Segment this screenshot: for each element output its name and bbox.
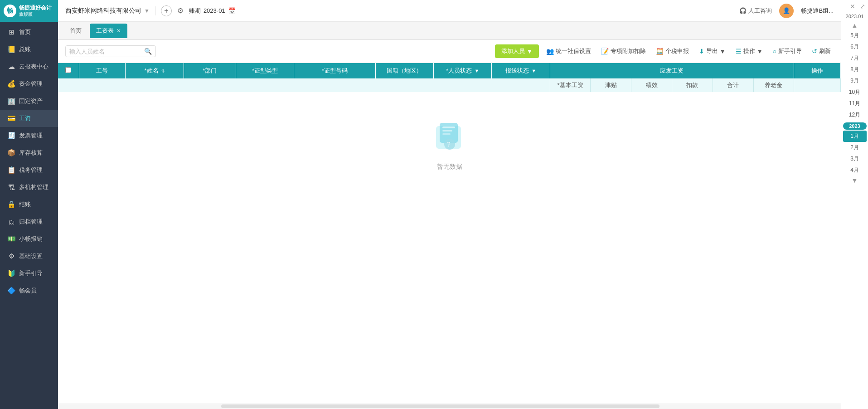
sidebar-item-label-inventory: 库存核算 (19, 149, 43, 157)
sidebar-item-tax[interactable]: 📋税务管理 (0, 161, 58, 179)
sidebar-item-label-guide: 新手引导 (19, 269, 43, 278)
sidebar-item-multiorg[interactable]: 🏗多机构管理 (0, 179, 58, 196)
operations-button[interactable]: ☰ 操作 ▼ (733, 45, 766, 57)
operations-icon: ☰ (736, 48, 742, 55)
sidebar-item-guide[interactable]: 🔰新手引导 (0, 265, 58, 282)
table-wrap: 工号 *姓名 ⇅ *部门 *证型类型 *证型号码 国籍（地区） *人员状态 ▼ … (58, 63, 841, 404)
export-button[interactable]: ⬇ 导出 ▼ (696, 45, 728, 57)
add-company-button[interactable]: + (161, 5, 172, 16)
sidebar-item-label-expense: 小畅报销 (19, 235, 43, 243)
sidebar-item-settings[interactable]: ⚙基础设置 (0, 248, 58, 265)
period-label: 账期 (189, 7, 201, 15)
th-salary-group: 应发工资 (550, 63, 794, 78)
service-label: 人工咨询 (748, 7, 772, 15)
sidebar-item-label-settings: 基础设置 (19, 252, 43, 260)
tab-salary-close-icon[interactable]: ✕ (116, 28, 121, 34)
archive-icon: 🗂 (7, 218, 15, 226)
sidebar: 畅 畅捷通好会计 旗舰版 ⊞首页📒总账☁云报表中心💰资金管理🏢固定资产💳工资🧾发… (0, 0, 58, 409)
sidebar-item-salary[interactable]: 💳工资 (0, 110, 58, 127)
sidebar-item-label-tax: 税务管理 (19, 166, 43, 174)
sidebar-item-fund[interactable]: 💰资金管理 (0, 75, 58, 93)
company-name: 西安虾米网络科技有限公司 (65, 7, 141, 15)
month-panel: ✕ ⤢ 2023.01 ▲ 5月6月7月8月9月10月11月12月20231月2… (841, 0, 868, 409)
th-report[interactable]: 报送状态 ▼ (492, 63, 550, 78)
company-chevron-icon: ▼ (144, 8, 150, 14)
table-scrollbar[interactable] (58, 404, 841, 409)
month-item-4月[interactable]: 4月 (843, 165, 867, 176)
special-deduction-button[interactable]: 📝 专项附加扣除 (598, 45, 649, 57)
sidebar-item-archive[interactable]: 🗂归档管理 (0, 213, 58, 230)
svg-rect-3 (442, 130, 452, 131)
sidebar-item-label-fund: 资金管理 (19, 80, 43, 88)
settings-icon[interactable]: ⚙ (177, 6, 184, 15)
month-list: 5月6月7月8月9月10月11月12月20231月2月3月4月 (843, 30, 867, 176)
month-next-button[interactable]: ▼ (843, 176, 867, 185)
sidebar-item-invoice[interactable]: 🧾发票管理 (0, 127, 58, 144)
month-item-11月[interactable]: 11月 (843, 98, 867, 109)
fixed-icon: 🏢 (7, 97, 15, 105)
sidebar-item-inventory[interactable]: 📦库存核算 (0, 144, 58, 161)
multiorg-icon: 🏗 (7, 184, 15, 191)
tab-salary[interactable]: 工资表 ✕ (90, 24, 127, 38)
tab-home[interactable]: 首页 (63, 24, 88, 38)
search-input[interactable] (69, 48, 141, 55)
th-status[interactable]: *人员状态 ▼ (434, 63, 492, 78)
close-panel-button[interactable]: ✕ (848, 2, 857, 11)
month-prev-button[interactable]: ▲ (843, 21, 867, 30)
month-item-12月[interactable]: 12月 (843, 109, 867, 121)
username-label: 畅捷通B组... (801, 7, 834, 15)
add-person-button[interactable]: 添加人员 ▼ (495, 44, 539, 58)
year-label: 2023 (843, 122, 867, 130)
month-item-10月[interactable]: 10月 (843, 87, 867, 98)
th-name[interactable]: *姓名 ⇅ (126, 63, 184, 78)
add-person-chevron-icon: ▼ (527, 48, 533, 55)
guide-button[interactable]: ○ 新手引导 (770, 45, 805, 57)
expand-panel-button[interactable]: ⤢ (858, 2, 867, 11)
salary-icon: 💳 (7, 114, 15, 122)
refresh-button[interactable]: ↺ 刷新 (809, 45, 834, 57)
sidebar-item-ledger[interactable]: 📒总账 (0, 41, 58, 58)
salary-table: 工号 *姓名 ⇅ *部门 *证型类型 *证型号码 国籍（地区） *人员状态 ▼ … (58, 63, 841, 92)
sidebar-nav: ⊞首页📒总账☁云报表中心💰资金管理🏢固定资产💳工资🧾发票管理📦库存核算📋税务管理… (0, 22, 58, 409)
export-chevron-icon: ▼ (720, 48, 726, 55)
sidebar-item-close[interactable]: 🔒结账 (0, 196, 58, 213)
month-item-9月[interactable]: 9月 (843, 75, 867, 87)
select-all-checkbox[interactable] (65, 67, 71, 73)
search-wrap[interactable]: 🔍 (65, 45, 156, 57)
empty-state: ? 暂无数据 (58, 92, 841, 198)
sidebar-item-home[interactable]: ⊞首页 (0, 24, 58, 41)
service-button[interactable]: 🎧 人工咨询 (739, 7, 772, 15)
sidebar-item-cloud[interactable]: ☁云报表中心 (0, 58, 58, 75)
month-item-3月[interactable]: 3月 (843, 153, 867, 165)
close-icon: 🔒 (7, 200, 15, 209)
th-checkbox[interactable] (58, 63, 79, 78)
social-security-icon: 👥 (546, 48, 554, 55)
month-item-7月[interactable]: 7月 (843, 53, 867, 64)
month-item-5月[interactable]: 5月 (843, 30, 867, 41)
sidebar-item-expense[interactable]: 💵小畅报销 (0, 230, 58, 248)
inventory-icon: 📦 (7, 149, 15, 157)
app-title-block: 畅捷通好会计 旗舰版 (19, 5, 52, 18)
th-id: 工号 (79, 63, 126, 78)
month-item-6月[interactable]: 6月 (843, 41, 867, 53)
month-item-8月[interactable]: 8月 (843, 64, 867, 75)
user-avatar[interactable]: 👤 (779, 4, 794, 18)
sidebar-item-fixed[interactable]: 🏢固定资产 (0, 93, 58, 110)
th-dept: *部门 (184, 63, 236, 78)
month-item-2月[interactable]: 2月 (843, 142, 867, 153)
calendar-icon[interactable]: 📅 (228, 7, 236, 15)
export-label: 导出 (706, 47, 718, 55)
sidebar-item-label-invoice: 发票管理 (19, 131, 43, 140)
topbar-divider-1 (155, 6, 155, 15)
svg-rect-2 (442, 127, 455, 128)
app-logo: 畅 畅捷通好会计 旗舰版 (0, 0, 58, 22)
social-security-button[interactable]: 👥 统一社保设置 (543, 45, 594, 57)
month-item-1月[interactable]: 1月 (843, 131, 867, 142)
personal-tax-button[interactable]: 🧮 个税申报 (653, 45, 692, 57)
sidebar-item-member[interactable]: 🔷畅会员 (0, 282, 58, 299)
search-icon[interactable]: 🔍 (144, 48, 152, 55)
tab-home-label: 首页 (70, 27, 82, 35)
personal-tax-label: 个税申报 (665, 47, 689, 55)
company-selector[interactable]: 西安虾米网络科技有限公司 ▼ (65, 7, 150, 15)
th-subsidy: 津贴 (591, 78, 631, 92)
